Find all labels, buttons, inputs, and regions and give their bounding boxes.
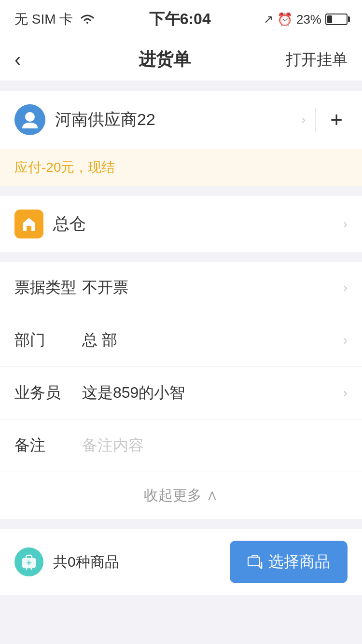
nav-bar: ‹ 进货单 打开挂单 xyxy=(0,39,362,81)
svg-point-0 xyxy=(25,112,35,122)
location-icon: ↗ xyxy=(264,13,273,26)
salesperson-value: 这是859的小智 xyxy=(82,382,343,404)
department-value: 总 部 xyxy=(82,330,343,351)
battery-percent: 23% xyxy=(296,12,321,27)
salesperson-chevron-icon: › xyxy=(343,385,348,401)
department-label: 部门 xyxy=(14,330,82,351)
note-label: 备注 xyxy=(14,435,82,456)
warehouse-row[interactable]: 总仓 › xyxy=(0,196,362,252)
supplier-avatar xyxy=(14,104,45,135)
supplier-card: 河南供应商22 › + 应付-20元，现结 xyxy=(0,91,362,186)
ticket-type-label: 票据类型 xyxy=(14,277,82,298)
warehouse-card[interactable]: 总仓 › xyxy=(0,196,362,252)
department-chevron-icon: › xyxy=(343,333,348,348)
house-icon xyxy=(20,215,38,233)
section-gap-2 xyxy=(0,186,362,196)
notice-text: 应付-20元，现结 xyxy=(14,160,115,175)
status-left: 无 SIM 卡 xyxy=(14,10,96,28)
notice-bar: 应付-20元，现结 xyxy=(0,149,362,186)
cart-icon xyxy=(20,553,38,571)
alarm-icon: ⏰ xyxy=(277,12,292,27)
collapse-button[interactable]: 收起更多 ∧ xyxy=(0,472,362,519)
person-icon xyxy=(20,110,40,129)
svg-rect-1 xyxy=(27,226,31,231)
supplier-divider xyxy=(315,108,316,132)
svg-point-3 xyxy=(26,568,28,570)
open-pending-button[interactable]: 打开挂单 xyxy=(286,49,348,70)
supplier-chevron-icon: › xyxy=(301,112,306,127)
wifi-icon xyxy=(79,13,96,26)
note-row[interactable]: 备注 备注内容 xyxy=(0,419,362,472)
page-title: 进货单 xyxy=(139,48,191,71)
product-count-text: 共0种商品 xyxy=(53,552,230,572)
note-value[interactable]: 备注内容 xyxy=(82,435,348,456)
department-row[interactable]: 部门 总 部 › xyxy=(0,314,362,366)
ticket-type-chevron-icon: › xyxy=(343,280,348,295)
add-button[interactable]: + xyxy=(325,108,348,132)
warehouse-chevron-icon: › xyxy=(343,216,348,232)
section-gap-1 xyxy=(0,81,362,91)
salesperson-row[interactable]: 业务员 这是859的小智 › xyxy=(0,366,362,419)
fields-card: 票据类型 不开票 › 部门 总 部 › 业务员 这是859的小智 › 备注 备注… xyxy=(0,262,362,519)
carrier-text: 无 SIM 卡 xyxy=(14,10,73,28)
salesperson-label: 业务员 xyxy=(14,382,82,404)
product-icon xyxy=(14,547,43,576)
warehouse-icon xyxy=(14,210,43,238)
select-product-icon xyxy=(247,555,263,569)
select-product-button[interactable]: 选择商品 xyxy=(230,541,348,583)
content-area: 河南供应商22 › + 应付-20元，现结 总仓 › 票据类型 xyxy=(0,81,362,644)
ticket-type-row[interactable]: 票据类型 不开票 › xyxy=(0,262,362,314)
bottom-bar: 共0种商品 选择商品 xyxy=(0,529,362,595)
select-product-label: 选择商品 xyxy=(268,551,330,573)
svg-rect-7 xyxy=(248,557,260,566)
status-right: ↗ ⏰ 23% xyxy=(264,12,348,27)
collapse-text: 收起更多 ∧ xyxy=(144,486,218,505)
supplier-row[interactable]: 河南供应商22 › + xyxy=(0,91,362,149)
warehouse-name: 总仓 xyxy=(53,213,343,235)
svg-point-4 xyxy=(30,568,32,570)
background-fill xyxy=(0,595,362,644)
status-time: 下午6:04 xyxy=(149,9,211,30)
supplier-name: 河南供应商22 xyxy=(55,109,301,131)
status-bar: 无 SIM 卡 下午6:04 ↗ ⏰ 23% xyxy=(0,0,362,39)
ticket-type-value: 不开票 xyxy=(82,277,343,298)
back-button[interactable]: ‹ xyxy=(14,49,43,70)
section-gap-3 xyxy=(0,252,362,262)
battery-icon xyxy=(325,14,348,25)
